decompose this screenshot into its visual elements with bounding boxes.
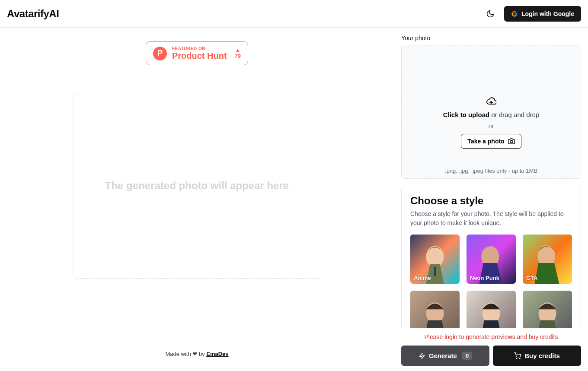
buy-credits-button[interactable]: Buy credits xyxy=(493,346,581,366)
result-placeholder-text: The generated photo will appear here xyxy=(105,180,289,192)
your-photo-label: Your photo xyxy=(401,35,581,41)
style-thumb xyxy=(467,291,516,328)
footer-author-link[interactable]: EmaDev xyxy=(206,351,228,357)
login-google-button[interactable]: Login with Google xyxy=(504,6,581,22)
svg-point-0 xyxy=(510,140,512,143)
svg-rect-2 xyxy=(434,267,436,276)
styles-panel: Choose a style Choose a style for your p… xyxy=(401,186,581,328)
svg-point-9 xyxy=(516,358,517,358)
upload-drag-label: or drag and drop xyxy=(489,111,539,118)
style-card-more-2[interactable] xyxy=(467,291,516,328)
style-thumb xyxy=(523,291,572,328)
take-photo-button[interactable]: Take a photo xyxy=(461,134,521,149)
login-button-label: Login with Google xyxy=(521,10,574,17)
style-card-anime[interactable]: Anime xyxy=(410,235,460,284)
generate-count: 0 xyxy=(462,352,472,360)
ph-featured-label: FEATURED ON xyxy=(172,46,227,51)
style-card-more-3[interactable] xyxy=(523,291,572,328)
upload-or-label: or xyxy=(489,123,494,130)
ph-upvote-count: 79 xyxy=(235,53,241,59)
upload-dropzone[interactable]: Click to upload or drag and drop or Take… xyxy=(401,45,581,179)
cart-icon xyxy=(514,352,521,359)
product-hunt-badge[interactable]: P FEATURED ON Product Hunt ▲ 79 xyxy=(146,41,248,65)
style-card-gta[interactable]: GTA xyxy=(523,235,572,284)
style-card-neonpunk[interactable]: Neon Punk xyxy=(467,235,516,284)
take-photo-label: Take a photo xyxy=(467,138,504,145)
ph-name: Product Hunt xyxy=(172,51,227,60)
upload-hint: .png, .jpg, .jpeg files only - up to 1MB xyxy=(402,168,581,174)
style-label: GTA xyxy=(526,275,537,281)
styles-title: Choose a style xyxy=(410,195,572,207)
app-logo: AvatarifyAI xyxy=(7,8,59,20)
theme-toggle-button[interactable] xyxy=(482,5,499,22)
style-label: Neon Punk xyxy=(470,275,499,281)
upload-click-label: Click to upload xyxy=(443,111,490,118)
generate-label: Generate xyxy=(429,352,457,359)
google-icon xyxy=(511,10,518,17)
product-hunt-icon: P xyxy=(153,47,167,60)
style-thumb xyxy=(410,291,460,328)
camera-icon xyxy=(508,138,515,145)
generate-button[interactable]: Generate 0 xyxy=(401,346,489,366)
upvote-arrow-icon: ▲ xyxy=(235,48,240,53)
svg-point-10 xyxy=(520,358,520,358)
lightning-icon xyxy=(419,352,425,359)
footer-prefix: Made with ❤ by xyxy=(165,351,206,357)
svg-marker-8 xyxy=(419,353,425,358)
style-card-more-1[interactable] xyxy=(410,291,460,328)
moon-icon xyxy=(486,10,495,18)
styles-description: Choose a style for your photo. The style… xyxy=(410,209,572,228)
login-required-msg: Please login to generate previews and bu… xyxy=(401,333,581,340)
style-label: Anime xyxy=(414,275,431,281)
cloud-upload-icon xyxy=(486,96,496,107)
result-preview-area: The generated photo will appear here xyxy=(73,93,321,279)
buy-credits-label: Buy credits xyxy=(524,352,560,359)
